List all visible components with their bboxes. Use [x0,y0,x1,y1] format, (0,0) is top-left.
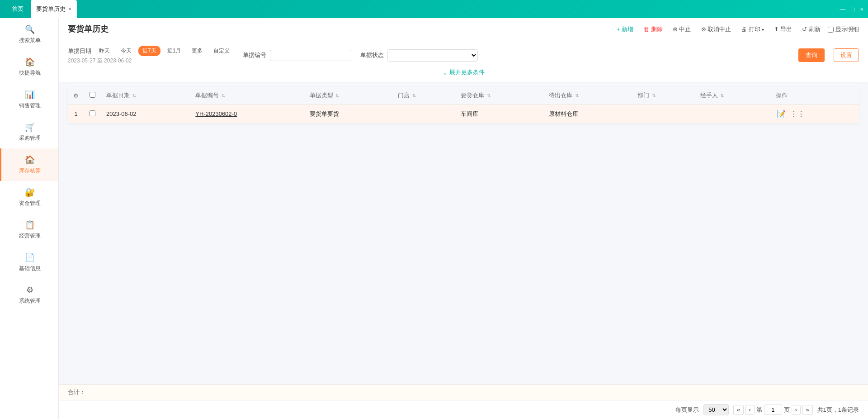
tab-active[interactable]: 要货单历史 × [31,0,77,18]
window-close[interactable]: × [860,6,863,13]
date-btn-7days[interactable]: 近7天 [138,46,160,56]
sidebar-item-sales[interactable]: 📊 销售管理 [0,83,58,116]
new-button[interactable]: + 新增 [614,24,636,35]
date-btn-yesterday[interactable]: 昨天 [95,46,114,56]
col-doc-date[interactable]: 单据日期 ⇅ [101,87,190,105]
doc-status-label: 单据状态 [360,51,384,59]
col-doc-type[interactable]: 单据类型 ⇅ [304,87,392,105]
col-actions: 操作 [770,87,859,105]
toolbar: + 新增 🗑 删除 ⊗ 中止 ⊗ 取消中止 🖨 打印 ▾ ⬆ 导出 ↺ 刷新 显… [614,24,859,40]
total-info: 共1页，1条记录 [817,406,859,414]
sidebar-item-inventory[interactable]: 🏠 库存核算 [0,148,58,181]
home-icon: 🏠 [25,57,35,67]
sort-icon-doc-date: ⇅ [132,93,136,98]
sort-icon-doc-type: ⇅ [335,93,339,98]
row-handler [695,105,770,124]
sidebar-item-operation[interactable]: 📋 经营管理 [0,214,58,246]
stop-button[interactable]: ⊗ 中止 [670,24,694,35]
sidebar-item-finance-label: 资金管理 [19,200,41,207]
sidebar-item-inventory-label: 库存核算 [19,167,41,175]
query-button[interactable]: 查询 [798,48,825,62]
table-area: ⚙ 单据日期 ⇅ 单据编号 ⇅ 单据类型 [59,82,868,384]
refresh-button[interactable]: ↺ 刷新 [799,24,823,35]
delete-button[interactable]: 🗑 删除 [641,24,665,35]
row-department [632,105,695,124]
per-page-label: 每页显示 [675,406,699,414]
sort-icon-department: ⇅ [652,93,656,98]
per-page-select[interactable]: 50 10 20 100 [703,404,729,415]
export-button[interactable]: ⬆ 导出 [771,24,795,35]
cancel-stop-button[interactable]: ⊗ 取消中止 [698,24,734,35]
doc-status-select[interactable] [387,49,478,62]
sidebar-item-quick-nav-label: 快捷导航 [19,69,41,77]
window-minimize[interactable]: — [840,6,846,13]
display-detail-checkbox[interactable] [828,27,834,33]
sort-icon-req-warehouse: ⇅ [487,93,491,98]
select-all-checkbox[interactable] [90,92,95,98]
table-header: ⚙ 单据日期 ⇅ 单据编号 ⇅ 单据类型 [68,87,859,105]
page-suffix: 页 [784,406,790,414]
sort-icon-pending-warehouse: ⇅ [575,93,579,98]
action-icons: 📝 ⋮⋮ [776,109,854,119]
next-page-button[interactable]: › [792,405,801,415]
page-nav: « ‹ 第 页 › » [733,405,812,415]
col-settings[interactable]: ⚙ [68,87,84,105]
tab-home[interactable]: 首页 [5,0,31,18]
doc-no-label: 单据编号 [243,51,266,59]
display-detail-label: 显示明细 [835,25,859,33]
row-pending-warehouse: 原材料仓库 [543,105,632,124]
date-btn-custom[interactable]: 自定义 [209,46,234,56]
first-page-button[interactable]: « [733,405,744,415]
row-store [392,105,455,124]
display-detail-toggle[interactable]: 显示明细 [828,25,859,33]
col-pending-warehouse[interactable]: 待出仓库 ⇅ [543,87,632,105]
sidebar-item-search-menu[interactable]: 🔍 搜索菜单 [0,18,58,51]
page-number-input[interactable] [764,405,782,415]
page-label: 第 [756,406,762,414]
print-chevron-icon: ▾ [762,27,764,32]
col-req-warehouse[interactable]: 要货仓库 ⇅ [455,87,543,105]
last-page-button[interactable]: » [802,405,813,415]
window-maximize[interactable]: □ [851,6,855,13]
col-department[interactable]: 部门 ⇅ [632,87,695,105]
expand-more-label: 展开更多条件 [449,68,485,76]
more-icon[interactable]: ⋮⋮ [789,109,806,119]
col-handler[interactable]: 经手人 ⇅ [695,87,770,105]
date-btn-today[interactable]: 今天 [117,46,136,56]
date-filter-top: 单据日期 昨天 今天 近7天 近1月 更多 自定义 [68,46,234,56]
settings-button[interactable]: 设置 [834,48,859,62]
sidebar: 🔍 搜索菜单 🏠 快捷导航 📊 销售管理 🛒 采购管理 🏠 库存核算 🔐 资金管… [0,18,59,419]
prev-page-button[interactable]: ‹ [745,405,755,415]
sort-icon-doc-no: ⇅ [222,93,225,98]
sum-label: 合计： [68,388,85,396]
sidebar-item-system[interactable]: ⚙ 系统管理 [0,279,58,311]
col-store[interactable]: 门店 ⇅ [392,87,455,105]
col-doc-no[interactable]: 单据编号 ⇅ [190,87,304,105]
sidebar-item-base[interactable]: 📄 基础信息 [0,246,58,279]
col-handler-label: 经手人 [700,92,718,99]
tab-close-icon[interactable]: × [68,6,71,12]
top-bar: 首页 要货单历史 × — □ × [0,0,868,18]
sum-row: 合计： [59,384,868,400]
col-doc-date-label: 单据日期 [106,92,130,99]
sort-icon-store: ⇅ [412,93,416,98]
print-button[interactable]: 🖨 打印 ▾ [738,24,767,35]
col-pending-warehouse-label: 待出仓库 [549,92,572,99]
date-btn-1month[interactable]: 近1月 [163,46,185,56]
col-checkbox [84,87,101,105]
sidebar-item-finance[interactable]: 🔐 资金管理 [0,181,58,214]
expand-more-conditions[interactable]: ⌄ 展开更多条件 [68,68,859,76]
table-header-row: ⚙ 单据日期 ⇅ 单据编号 ⇅ 单据类型 [68,87,859,105]
sidebar-item-quick-nav[interactable]: 🏠 快捷导航 [0,51,58,83]
row-doc-no[interactable]: YH-20230602-0 [190,105,304,124]
row-doc-type: 要货单要货 [304,105,392,124]
row-checkbox[interactable] [90,110,95,116]
edit-icon[interactable]: 📝 [776,109,787,119]
date-btn-more[interactable]: 更多 [188,46,207,56]
clipboard-icon: 📋 [25,220,35,230]
col-department-label: 部门 [637,92,649,99]
sidebar-item-purchase[interactable]: 🛒 采购管理 [0,116,58,148]
chevron-down-icon: ⌄ [443,69,448,76]
doc-no-input[interactable] [270,50,351,61]
inventory-icon: 🏠 [25,155,35,165]
